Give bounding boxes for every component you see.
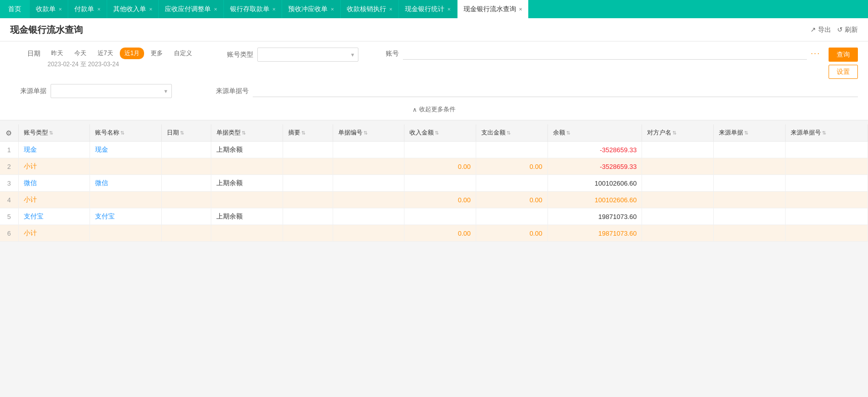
nav-home[interactable]: 首页	[0, 0, 29, 18]
balance-value: 19871073.60	[599, 230, 637, 237]
cell-source_doc_no	[785, 208, 867, 225]
date-option-btn[interactable]: 昨天	[47, 48, 68, 59]
cell-date	[161, 175, 211, 192]
nav-tab-label: 银行存取款单	[230, 5, 269, 14]
nav-tab[interactable]: 预收冲应收单×	[282, 0, 340, 18]
cell-counterpart	[642, 158, 714, 175]
nav-tab[interactable]: 收款单×	[30, 0, 68, 18]
sort-icon: ⇅	[435, 130, 439, 136]
export-button[interactable]: ↗ 导出	[810, 25, 831, 34]
cell-source_doc	[714, 158, 786, 175]
col-header-date[interactable]: 日期⇅	[161, 124, 211, 142]
nav-tab[interactable]: 银行存取款单×	[224, 0, 282, 18]
close-icon[interactable]: ×	[97, 6, 100, 12]
close-icon[interactable]: ×	[389, 6, 392, 12]
cell-doc_no	[333, 225, 404, 242]
col-header-doc_no[interactable]: 单据编号⇅	[333, 124, 404, 142]
close-icon[interactable]: ×	[59, 6, 62, 12]
refresh-button[interactable]: ↺ 刷新	[837, 25, 858, 34]
export-icon: ↗	[810, 26, 816, 33]
balance-value: 19871073.60	[599, 213, 637, 220]
cell-settings: 3	[0, 175, 18, 192]
cell-date	[161, 225, 211, 242]
close-icon[interactable]: ×	[519, 6, 522, 12]
col-header-income[interactable]: 收入金额⇅	[404, 124, 476, 142]
close-icon[interactable]: ×	[447, 6, 450, 12]
source-doc-no-input[interactable]	[253, 85, 858, 97]
date-options: 昨天今天近7天近1月更多自定义	[47, 48, 197, 59]
source-doc-select[interactable]: ▼	[51, 84, 172, 98]
close-icon[interactable]: ×	[331, 6, 334, 12]
table-row: 4小计0.000.00100102606.60	[0, 192, 868, 208]
date-option-btn[interactable]: 近7天	[93, 48, 118, 59]
col-header-account_type[interactable]: 账号类型⇅	[18, 124, 90, 142]
gear-icon[interactable]: ⚙	[6, 129, 12, 137]
cell-counterpart	[642, 142, 714, 158]
col-header-summary[interactable]: 摘要⇅	[283, 124, 333, 142]
cell-source_doc_no	[785, 175, 867, 192]
close-icon[interactable]: ×	[214, 6, 217, 12]
account-name-link[interactable]: 支付宝	[95, 212, 115, 220]
cell-income: 0.00	[404, 158, 476, 175]
cell-summary	[283, 158, 333, 175]
cell-account_name: 支付宝	[90, 208, 162, 225]
subtotal-label: 小计	[24, 229, 37, 237]
account-type-link[interactable]: 支付宝	[24, 212, 43, 220]
nav-tab[interactable]: 现金银行统计×	[399, 0, 456, 18]
cell-balance: -3528659.33	[547, 142, 642, 158]
sort-icon: ⇅	[507, 130, 511, 136]
col-header-source_doc_no[interactable]: 来源单据号⇅	[785, 124, 867, 142]
nav-tab[interactable]: 现金银行流水查询×	[458, 0, 528, 18]
cell-doc_no	[333, 175, 404, 192]
col-header-source_doc[interactable]: 来源单据⇅	[714, 124, 786, 142]
cell-value: 上期余额	[216, 212, 243, 220]
sort-icon: ⇅	[822, 130, 826, 136]
account-type-label: 账号类型	[217, 50, 253, 59]
col-header-settings: ⚙	[0, 124, 18, 142]
cell-settings: 1	[0, 142, 18, 158]
nav-tab-label: 应收应付调整单	[165, 5, 211, 14]
account-input[interactable]	[403, 48, 806, 60]
col-header-expense[interactable]: 支出金额⇅	[476, 124, 548, 142]
cell-doc_type: 上期余额	[211, 208, 283, 225]
query-button[interactable]: 查询	[829, 48, 858, 62]
col-header-account_name[interactable]: 账号名称⇅	[90, 124, 162, 142]
cell-account_type: 小计	[18, 192, 90, 208]
account-type-link[interactable]: 微信	[24, 179, 37, 187]
row-number: 4	[7, 196, 11, 204]
account-name-link[interactable]: 微信	[95, 179, 108, 187]
account-name-link[interactable]: 现金	[95, 146, 108, 153]
col-header-counterpart[interactable]: 对方户名⇅	[642, 124, 714, 142]
cell-account_name	[90, 192, 162, 208]
col-header-doc_type[interactable]: 单据类型⇅	[211, 124, 283, 142]
cell-settings: 4	[0, 192, 18, 208]
col-header-balance[interactable]: 余额⇅	[547, 124, 642, 142]
table-row: 1现金现金上期余额-3528659.33	[0, 142, 868, 158]
more-dots[interactable]: ···	[811, 49, 820, 58]
table-row: 5支付宝支付宝上期余额19871073.60	[0, 208, 868, 225]
filter-area: 日期 昨天今天近7天近1月更多自定义 2023-02-24 至 2023-03-…	[0, 41, 868, 120]
nav-tab[interactable]: 应收应付调整单×	[159, 0, 223, 18]
collapse-bar[interactable]: ∧ 收起更多条件	[10, 103, 858, 116]
nav-tab[interactable]: 收款核销执行×	[341, 0, 398, 18]
date-option-btn[interactable]: 近1月	[120, 48, 145, 59]
date-option-btn[interactable]: 更多	[146, 48, 167, 59]
row-number: 3	[7, 180, 11, 187]
date-label: 日期	[10, 49, 40, 58]
settings-button[interactable]: 设置	[829, 65, 858, 79]
account-type-select[interactable]: ▼	[257, 48, 358, 62]
account-type-link[interactable]: 现金	[24, 146, 37, 153]
sort-icon: ⇅	[672, 130, 676, 136]
cell-source_doc	[714, 208, 786, 225]
subtotal-label: 小计	[24, 162, 37, 170]
date-option-btn[interactable]: 自定义	[169, 48, 197, 59]
cell-summary	[283, 208, 333, 225]
close-icon[interactable]: ×	[149, 6, 152, 12]
close-icon[interactable]: ×	[272, 6, 276, 12]
refresh-icon: ↺	[837, 26, 843, 33]
nav-tab[interactable]: 付款单×	[68, 0, 106, 18]
cell-summary	[283, 142, 333, 158]
nav-tab[interactable]: 其他收入单×	[107, 0, 158, 18]
table-row: 3微信微信上期余额100102606.60	[0, 175, 868, 192]
date-option-btn[interactable]: 今天	[70, 48, 91, 59]
